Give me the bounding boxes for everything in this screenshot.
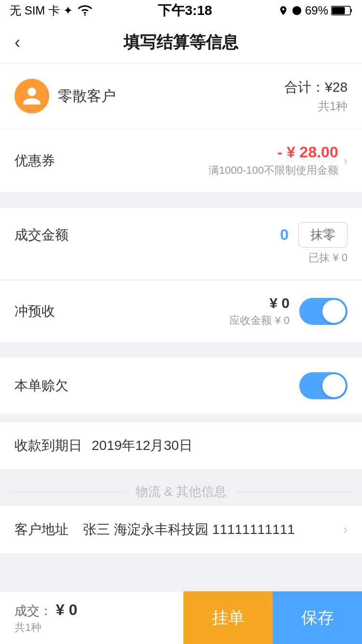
nav-bar: ‹ 填写结算等信息	[0, 21, 362, 64]
battery-icon	[331, 5, 352, 16]
coupon-right: - ¥ 28.00 满1000-100不限制使用金额 ›	[209, 143, 348, 178]
status-time: 下午3:18	[158, 1, 212, 20]
coupon-row[interactable]: 优惠券 - ¥ 28.00 满1000-100不限制使用金额 ›	[0, 128, 362, 192]
svg-rect-1	[332, 7, 345, 14]
bottom-bar: 成交： ¥ 0 共1种 挂单 保存	[0, 591, 362, 644]
divider-2	[0, 350, 362, 358]
prepay-right: ¥ 0 应收金额 ¥ 0	[229, 295, 348, 328]
save-button[interactable]: 保存	[273, 591, 362, 644]
logistics-line-left	[10, 491, 126, 492]
wifi-icon	[78, 5, 92, 16]
deal-amount-value: 0	[280, 226, 289, 244]
debt-label: 本单赊欠	[14, 377, 69, 395]
logistics-divider: 物流 & 其他信息	[0, 477, 362, 506]
prepay-value-block: ¥ 0 应收金额 ¥ 0	[229, 295, 290, 328]
divider-3	[0, 469, 362, 477]
prepay-inner-row: 冲预收 ¥ 0 应收金额 ¥ 0	[14, 295, 348, 328]
alarm-icon	[292, 5, 302, 16]
debt-toggle-knob	[322, 374, 346, 397]
address-label: 客户地址	[14, 520, 69, 539]
customer-total: 合计：¥28	[284, 78, 348, 97]
page-title: 填写结算等信息	[124, 31, 238, 54]
customer-section: 零散客户 合计：¥28 共1种 优惠券 - ¥ 28.00 满1000-100不…	[0, 64, 362, 192]
bottom-deal-row: 成交： ¥ 0	[14, 601, 169, 619]
bottom-btn-group: 挂单 保存	[183, 591, 362, 644]
prepay-label: 冲预收	[14, 302, 55, 321]
content: 零散客户 合计：¥28 共1种 优惠券 - ¥ 28.00 满1000-100不…	[0, 64, 362, 616]
divider-1	[0, 200, 362, 208]
customer-name: 零散客户	[58, 86, 116, 106]
prepay-row: 冲预收 ¥ 0 应收金额 ¥ 0	[0, 280, 362, 342]
customer-row: 零散客户 合计：¥28 共1种	[0, 64, 362, 128]
amount-right: 0 抹零	[280, 222, 348, 248]
due-date-value: 2019年12月30日	[92, 436, 193, 455]
address-value: 张三 海淀永丰科技园 11111111111	[83, 520, 343, 539]
chevron-right-icon: ›	[343, 153, 348, 168]
deal-amount-row: 成交金额 0 抹零 已抹 ¥ 0	[0, 208, 362, 280]
hold-button[interactable]: 挂单	[183, 591, 273, 644]
customer-right: 合计：¥28 共1种	[284, 78, 348, 114]
toggle-knob	[322, 300, 346, 323]
coupon-amount: - ¥ 28.00	[209, 143, 338, 161]
debt-section: 本单赊欠	[0, 358, 362, 414]
deal-amount-sub: 已抹 ¥ 0	[14, 251, 348, 265]
customer-info: 零散客户	[14, 79, 116, 113]
bottom-deal-count: 共1种	[14, 620, 169, 635]
status-bar: 无 SIM 卡 ✦ 下午3:18 69%	[0, 0, 362, 21]
debt-toggle[interactable]	[299, 372, 348, 399]
customer-avatar	[14, 79, 49, 113]
coupon-description: 满1000-100不限制使用金额	[209, 163, 338, 178]
bottom-info: 成交： ¥ 0 共1种	[0, 601, 183, 635]
status-right: 69%	[278, 4, 352, 17]
logistics-line-right	[236, 491, 352, 492]
bottom-deal-amount: ¥ 0	[56, 601, 77, 618]
status-left: 无 SIM 卡 ✦	[10, 3, 92, 18]
logistics-label: 物流 & 其他信息	[136, 483, 226, 500]
due-date-section: 收款到期日 2019年12月30日	[0, 421, 362, 469]
round-zero-button[interactable]: 抹零	[298, 222, 348, 248]
amount-row: 成交金额 0 抹零	[14, 222, 348, 248]
address-section[interactable]: 客户地址 张三 海淀永丰科技园 11111111111 ›	[0, 506, 362, 553]
prepay-amount: ¥ 0	[229, 295, 290, 311]
coupon-value-block: - ¥ 28.00 满1000-100不限制使用金额	[209, 143, 338, 178]
battery-level: 69%	[305, 4, 328, 17]
back-button[interactable]: ‹	[14, 32, 20, 53]
prepay-sub: 应收金额 ¥ 0	[229, 313, 290, 328]
prepay-toggle[interactable]	[299, 298, 348, 325]
address-chevron-icon: ›	[343, 522, 348, 537]
due-date-row: 收款到期日 2019年12月30日	[14, 436, 348, 455]
customer-count: 共1种	[284, 98, 348, 114]
coupon-label: 优惠券	[14, 152, 55, 170]
person-icon	[21, 85, 42, 107]
due-date-label: 收款到期日	[14, 436, 82, 455]
bottom-deal-label: 成交：	[14, 603, 52, 618]
amount-section: 成交金额 0 抹零 已抹 ¥ 0 冲预收 ¥ 0 应收金额 ¥ 0	[0, 208, 362, 342]
deal-amount-label: 成交金额	[14, 226, 69, 244]
sim-status: 无 SIM 卡 ✦	[10, 3, 73, 18]
location-icon	[278, 5, 289, 16]
